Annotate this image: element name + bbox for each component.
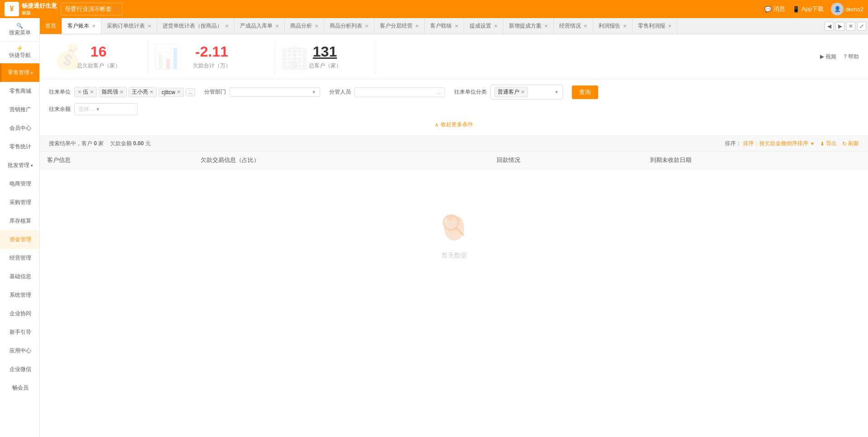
close-icon[interactable]: ✕ (148, 24, 151, 28)
filter-tag-chenmin[interactable]: 陈民强 ✕ (99, 87, 127, 97)
unit-type-tag-label: 普通客户 (498, 88, 519, 96)
close-icon[interactable]: ✕ (544, 24, 548, 28)
tab-profit-report[interactable]: 利润报告 ✕ (593, 18, 633, 34)
tab-close-all-btn[interactable]: ✕ (846, 22, 855, 31)
tab-customer-tier-ops[interactable]: 客户分层经营 ✕ (374, 18, 425, 34)
sidebar-item-wholesale-mgmt[interactable]: 批发管理 ▾ (0, 156, 39, 175)
refresh-btn[interactable]: ↻ 刷新 (842, 140, 859, 147)
close-icon[interactable]: ✕ (494, 24, 498, 28)
close-icon[interactable]: ✕ (584, 24, 587, 28)
dept-select[interactable]: ▼ (230, 87, 320, 97)
tag-close-icon[interactable]: ✕ (90, 89, 94, 95)
sidebar-item-marketing[interactable]: 营销推广 (0, 100, 39, 119)
remainder-select[interactable]: 选择... ▼ (74, 103, 138, 115)
person-select[interactable]: ... (355, 87, 445, 97)
close-icon[interactable]: ✕ (275, 24, 279, 28)
tab-production-inbound[interactable]: 产成品入库单 ✕ (235, 18, 285, 34)
tab-inbound-stats-product[interactable]: 进货单统计表（按商品） ✕ (157, 18, 235, 34)
sidebar-item-app-center[interactable]: 应用中心 (0, 342, 39, 360)
export-btn[interactable]: ⬇ 导出 (820, 140, 837, 147)
sidebar-item-retail-stats[interactable]: 零售统计 (0, 138, 39, 156)
sidebar-quick-nav[interactable]: ⚡ 快捷导航 (0, 42, 39, 63)
empty-state: 暂无数据 (40, 169, 868, 296)
tab-nav-buttons: ◀ ▶ ✕ ⤢ (823, 22, 868, 31)
sidebar-item-retail-mall[interactable]: 零售商城 (0, 82, 39, 100)
sidebar-item-basic-info[interactable]: 基础信息 (0, 267, 39, 286)
debt-amount-label: 欠款金额 (110, 140, 132, 147)
sidebar-item-retail-mgmt[interactable]: 零售管理 ▾ (0, 63, 39, 82)
sidebar-item-label: 基础信息 (10, 273, 31, 280)
unit-type-select[interactable]: 普通客户 ✕ ▼ (490, 85, 563, 100)
tag-close-icon[interactable]: ✕ (149, 89, 153, 95)
sidebar-item-capital-mgmt[interactable]: 资金管理 (0, 230, 39, 249)
message-icon: 💬 (764, 6, 772, 13)
tab-product-analysis[interactable]: 商品分析 ✕ (285, 18, 324, 34)
stat-label-debt-total: 欠款合计（万） (193, 62, 231, 70)
filter-tag-wangxiao[interactable]: 王小亮 ✕ (129, 87, 157, 97)
close-icon[interactable]: ✕ (365, 24, 369, 28)
help-btn[interactable]: ? 帮助 (844, 53, 859, 61)
logo-icon: ¥ (5, 2, 19, 16)
user-avatar-btn[interactable]: 👤 demo2 (831, 3, 863, 15)
tab-purchase-order-stats[interactable]: 采购订单统计表 ✕ (101, 18, 157, 34)
tag-close-wu[interactable]: ✕ (77, 89, 82, 95)
sidebar: 🔍 搜索菜单 ⚡ 快捷导航 零售管理 ▾ 零售商城 营销推广 会员中心 零售统计 (0, 18, 40, 437)
close-icon[interactable]: ✕ (623, 24, 627, 28)
tab-customer-contact[interactable]: 客户联络 ✕ (425, 18, 464, 34)
tab-product-analysis-list[interactable]: 商品分析列表 ✕ (324, 18, 374, 34)
query-button[interactable]: 查询 (572, 86, 598, 99)
sidebar-item-label: 营销推广 (10, 106, 31, 113)
tab-home-label: 首页 (45, 22, 56, 30)
close-icon[interactable]: ✕ (315, 24, 318, 28)
filter-tag-cjttcw[interactable]: cjttcw ✕ (158, 88, 184, 97)
message-btn[interactable]: 💬 消息 (764, 5, 785, 13)
unit-type-tag-close[interactable]: ✕ (521, 89, 525, 95)
filter-more-btn[interactable]: ... (186, 88, 195, 96)
sidebar-item-inventory-check[interactable]: 库存核算 (0, 212, 39, 230)
tab-customer-debt[interactable]: 客户账本 ✕ (62, 18, 101, 34)
search-icon: 🔍 (16, 23, 23, 29)
sidebar-item-ops-mgmt[interactable]: 经营管理 (0, 249, 39, 267)
close-icon[interactable]: ✕ (455, 24, 458, 28)
tab-new-tips-plan[interactable]: 新增提成方案 ✕ (504, 18, 554, 34)
sidebar-item-member-center[interactable]: 会员中心 (0, 119, 39, 138)
sidebar-item-ecommerce-mgmt[interactable]: 电商管理 (0, 175, 39, 193)
sidebar-item-enterprise-wechat[interactable]: 企业微信 (0, 360, 39, 379)
sidebar-item-purchase-mgmt[interactable]: 采购管理 (0, 193, 39, 212)
svg-point-4 (456, 217, 461, 221)
filter-row-unit: 往来单位 ✕ 伍 ✕ 陈民强 ✕ (49, 85, 859, 100)
close-icon[interactable]: ✕ (92, 24, 96, 28)
tab-tips-settings[interactable]: 提成设置 ✕ (464, 18, 504, 34)
sidebar-item-new-guide[interactable]: 新手引导 (0, 323, 39, 342)
tab-label: 新增提成方案 (509, 22, 542, 30)
sidebar-search[interactable]: 🔍 搜索菜单 (0, 18, 39, 42)
tab-next-btn[interactable]: ▶ (835, 22, 844, 31)
sidebar-item-member-plus[interactable]: 畅会员 (0, 379, 39, 397)
tab-label: 产成品入库单 (240, 22, 273, 30)
sidebar-item-system-mgmt[interactable]: 系统管理 (0, 286, 39, 304)
close-icon[interactable]: ✕ (415, 24, 419, 28)
sidebar-item-enterprise-collab[interactable]: 企业协同 (0, 304, 39, 323)
sort-select[interactable]: 排序： 排序：按欠款金额倒序排序 ▼ (725, 140, 815, 147)
tab-label: 采购订单统计表 (107, 22, 145, 30)
tag-close-icon[interactable]: ✕ (177, 89, 181, 95)
tab-retail-profit[interactable]: 零售利润报 ✕ (633, 18, 677, 34)
person-more-btn[interactable]: ... (437, 90, 441, 95)
tab-label: 商品分析列表 (330, 22, 362, 30)
sort-chevron-icon: ▼ (810, 141, 815, 146)
tab-ops-situation[interactable]: 经营情况 ✕ (554, 18, 593, 34)
collapse-btn[interactable]: ∧ 收起更多条件 (435, 119, 473, 130)
sidebar-item-label: 系统管理 (10, 292, 31, 298)
tag-close-icon[interactable]: ✕ (120, 89, 124, 95)
filter-tag-wu[interactable]: ✕ 伍 ✕ (74, 87, 97, 97)
demo-selector[interactable]: 母婴行业演示帐套 ▼ (61, 3, 122, 15)
app-download-btn[interactable]: 📱 App下载 (792, 5, 824, 13)
tab-home[interactable]: 首页 (40, 18, 62, 34)
tab-prev-btn[interactable]: ◀ (825, 22, 834, 31)
tab-bar: 首页 客户账本 ✕ 采购订单统计表 ✕ 进货单统计表（按商品） ✕ 产成品入库单… (40, 18, 868, 34)
close-icon[interactable]: ✕ (225, 24, 229, 28)
sidebar-item-label: 经营管理 (10, 255, 31, 261)
close-icon[interactable]: ✕ (668, 24, 671, 28)
tab-maximize-btn[interactable]: ⤢ (857, 22, 866, 31)
video-btn[interactable]: ▶ 视频 (820, 53, 836, 61)
